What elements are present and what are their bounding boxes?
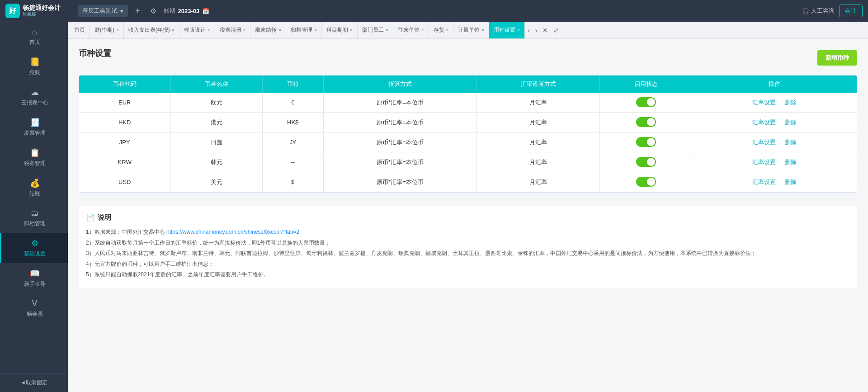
cell-calc: 原币*汇率=本位币 [323,132,477,152]
calendar-icon[interactable]: 📅 [202,8,209,14]
tab-template[interactable]: 模版设计 × [179,22,215,39]
cell-name: 欧元 [170,93,262,113]
table-header-row: 币种代码 币种名称 币符 折算方式 汇率设置方式 启用状态 操作 [79,76,857,93]
tab-close-tax[interactable]: × [243,28,246,33]
rate-setting-link[interactable]: 汇率设置 [752,119,776,126]
tab-subject[interactable]: 科目期初 × [322,22,358,39]
sidebar-item-reports[interactable]: ☁ 云报表中心 [0,82,68,112]
cell-status [600,152,692,172]
sidebar-item-tax[interactable]: 📋 税务管理 [0,142,68,173]
tab-currency[interactable]: 币种设置 × [489,22,525,39]
rate-setting-link[interactable]: 汇率设置 [752,99,776,106]
tab-close-all-button[interactable]: ✕ [540,25,551,36]
sidebar-item-home[interactable]: ⌂ 首页 [0,22,68,52]
tab-close-inventory[interactable]: × [446,28,449,33]
rate-setting-link[interactable]: 汇率设置 [752,159,776,165]
tab-units[interactable]: 计量单位 × [453,22,489,39]
toggle-switch[interactable] [636,137,656,147]
tab-close-archive[interactable]: × [314,28,317,33]
tab-dept[interactable]: 部门员工 × [358,22,393,39]
tab-label-period-end: 期末结转 [255,26,277,34]
cell-rate-type: 月汇率 [477,172,600,192]
tab-contacts[interactable]: 往来单位 × [393,22,429,39]
sidebar-item-invoice[interactable]: 🧾 发票管理 [0,112,68,142]
sidebar-item-member[interactable]: V 畅会员 [0,293,68,323]
company-name: 基层工会测试 [82,7,118,15]
sidebar-item-guide[interactable]: 📖 新手引导 [0,263,68,293]
cell-rate-type: 月汇率 [477,93,600,113]
sidebar-item-settle[interactable]: 💰 结账 [0,173,68,203]
tab-label-units: 计量单位 [458,26,480,34]
sidebar-label-reports: 云报表中心 [21,99,48,107]
tab-finance[interactable]: 财(中期) × [90,22,124,39]
basic-icon: ⚙ [31,238,38,248]
cell-status [600,172,692,192]
notes-link[interactable]: https://www.chinamoney.com.cn/chinese/bk… [166,229,299,235]
cell-calc: 原币*汇率=本位币 [323,172,477,192]
tab-archive[interactable]: 归档管理 × [286,22,322,39]
tab-close-contacts[interactable]: × [421,28,424,33]
sidebar-item-ledger[interactable]: 📒 总账 [0,52,68,82]
customer-service-button[interactable]: 🎧 人工咨询 [802,7,835,15]
add-company-button[interactable]: + [132,5,143,17]
sidebar-item-basic[interactable]: ⚙ 基础设置 [0,233,68,263]
sidebar: ⌂ 首页 📒 总账 ☁ 云报表中心 🧾 发票管理 📋 税务管理 💰 结账 🗂 归… [0,22,68,392]
settings-icon[interactable]: ⚙ [147,6,159,16]
tab-label-subject: 科目期初 [326,26,348,34]
new-currency-button[interactable]: 新增币种 [817,50,857,66]
tab-period-end[interactable]: 期末结转 × [250,22,286,39]
tab-expand-button[interactable]: ⤢ [551,25,561,36]
tab-close-units[interactable]: × [481,28,484,33]
toggle-switch[interactable] [636,97,656,107]
tab-close-income[interactable]: × [172,28,175,33]
col-code: 币种代码 [79,76,170,93]
tab-close-period-end[interactable]: × [278,28,281,33]
toggle-switch[interactable] [636,117,656,127]
tab-label-dept: 部门员工 [362,26,384,34]
col-calc: 折算方式 [323,76,477,93]
customer-service-label: 人工咨询 [811,7,835,15]
settle-icon: 💰 [30,178,40,188]
notes-title-text: 说明 [98,213,111,222]
content-area: 首页 财(中期) × 收入支出表(年报) × 模版设计 × 税表清册 × 期末结… [68,22,868,392]
note-item: 4）无官方牌价的币种，可以用户手工维护汇率信息； [86,260,850,269]
sidebar-label-archive: 归档管理 [24,220,46,227]
rate-setting-link[interactable]: 汇率设置 [752,179,776,185]
tab-close-template[interactable]: × [208,28,210,33]
ledger-icon: 📒 [30,57,40,67]
tab-close-currency[interactable]: × [517,28,520,33]
tab-nav-left[interactable]: ‹ [525,25,533,36]
logo-area: 好 畅捷通好会计 旗舰版 [5,4,73,18]
cell-symbol: -- [262,152,323,172]
table-row: JPY 日圆 J¥ 原币*汇率=本位币 月汇率 汇率设置 删除 [79,132,857,152]
sidebar-pin-toggle[interactable]: ◄取消固定 [0,373,68,392]
tab-income[interactable]: 收入支出表(年报) × [124,22,179,39]
delete-link[interactable]: 删除 [785,159,797,165]
tab-close-subject[interactable]: × [350,28,353,33]
account-button[interactable]: 会计 [839,5,863,17]
sidebar-item-archive[interactable]: 🗂 归档管理 [0,203,68,233]
delete-link[interactable]: 删除 [785,99,797,106]
notes-section: 📄 说明 1）数据来源：中国外汇交易中心 https://www.chinamo… [79,206,857,288]
delete-link[interactable]: 删除 [785,139,797,146]
rate-setting-link[interactable]: 汇率设置 [752,139,776,146]
company-selector[interactable]: 基层工会测试 ▾ [78,5,128,17]
tab-close-finance[interactable]: × [116,28,119,33]
toggle-switch[interactable] [636,177,656,187]
main-layout: ⌂ 首页 📒 总账 ☁ 云报表中心 🧾 发票管理 📋 税务管理 💰 结账 🗂 归… [0,22,868,392]
sidebar-label-basic: 基础设置 [24,250,46,258]
cell-code: JPY [79,132,170,152]
cell-status [600,113,692,132]
tab-tax[interactable]: 税表清册 × [215,22,251,39]
sidebar-label-ledger: 总账 [29,69,40,76]
tab-close-dept[interactable]: × [386,28,388,33]
tab-nav-right[interactable]: › [533,25,540,36]
tab-inventory[interactable]: 存货 × [429,22,454,39]
cell-code: KRW [79,152,170,172]
cell-name: 港元 [170,113,262,132]
tab-home[interactable]: 首页 [70,22,90,39]
delete-link[interactable]: 删除 [785,119,797,126]
toggle-switch[interactable] [636,157,656,167]
cell-calc: 原币*汇率=本位币 [323,93,477,113]
delete-link[interactable]: 删除 [785,179,797,185]
